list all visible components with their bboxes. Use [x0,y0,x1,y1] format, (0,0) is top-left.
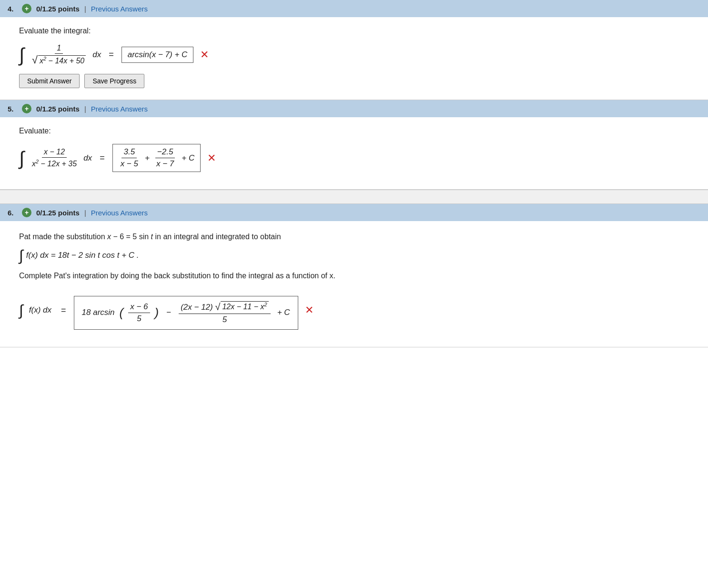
q4-prompt: Evaluate the integral: [19,27,694,35]
q6-sqrt-container: √ 12x − 11 − x2 [215,301,268,311]
q5-separator: | [84,105,86,113]
question-6-body: Pat made the substitution x − 6 = 5 sin … [0,221,708,347]
q6-main-frac: (2x − 12) √ 12x − 11 − x2 5 [179,301,270,324]
q6-final-integral: ∫ [19,303,23,318]
q4-answer-box: arcsin(x − 7) + C [121,47,194,63]
q6-final-fx-dx: f(x) dx [29,305,51,315]
q4-submit-button[interactable]: Submit Answer [19,74,80,88]
question-4-header: 4. + 0/1.25 points | Previous Answers [0,0,708,17]
q6-arcsin-frac-num: x − 6 [128,302,150,313]
q6-minus-sign: − [166,308,171,317]
q5-math-line: ∫ x − 12 x2 − 12x + 35 dx = 3.5 x − 5 + … [19,144,694,172]
q4-save-button[interactable]: Save Progress [84,74,144,88]
q6-sqrt-sym: √ [215,302,220,312]
q6-sqrt-inner: 12x − 11 − x2 [221,301,268,311]
q6-number: 6. [8,209,17,217]
q6-final-math-line: ∫ f(x) dx = 18 arcsin ( x − 6 5 ) − (2x … [19,291,694,329]
q4-math-line: ∫ 1 √ x2 − 14x + 50 dx = arcsin(x − 7) +… [19,44,694,65]
q5-plus-icon: + [22,104,31,113]
q5-integral-sign: ∫ [19,149,24,168]
q6-answer-box: 18 arcsin ( x − 6 5 ) − (2x − 12) √ 12x … [74,296,298,329]
q5-dx: dx [83,153,92,163]
section-gap [0,190,708,204]
q4-sqrt-content: x2 − 14x + 50 [38,55,86,65]
q5-number: 5. [8,105,17,113]
question-5-header: 5. + 0/1.25 points | Previous Answers [0,100,708,117]
q5-prev-answers-link[interactable]: Previous Answers [91,105,148,113]
question-5-body: Evaluate: ∫ x − 12 x2 − 12x + 35 dx = 3.… [0,117,708,190]
q4-fraction: 1 √ x2 − 14x + 50 [30,44,88,65]
question-4-body: Evaluate the integral: ∫ 1 √ x2 − 14x + … [0,17,708,100]
q6-plus-c: + C [277,308,290,317]
q6-open-paren: ( [120,306,124,319]
q5-points: 0/1.25 points [36,105,80,113]
q4-prev-answers-link[interactable]: Previous Answers [91,5,148,13]
q4-equals: = [109,50,114,60]
q4-integral-sign: ∫ [19,45,24,64]
q4-answer-text: arcsin(x − 7) + C [128,50,188,60]
q5-ans-frac2-num: −2.5 [155,147,175,158]
q6-arcsin-frac: x − 6 5 [128,302,150,324]
q4-sqrt: √ x2 − 14x + 50 [32,55,86,65]
q5-ans-frac2-den: x − 7 [154,158,176,169]
q6-main-frac-den: 5 [221,314,229,324]
q5-equals: = [100,153,105,163]
q5-ans-frac1-den: x − 5 [119,158,140,169]
q5-denominator: x2 − 12x + 35 [30,158,79,168]
q5-numerator: x − 12 [42,148,67,158]
q6-separator: | [84,209,86,217]
q6-plus-icon: + [22,208,31,217]
q6-final-equals: = [61,305,66,315]
q6-prev-answers-link[interactable]: Previous Answers [91,209,148,217]
q4-points: 0/1.25 points [36,5,80,13]
q5-ans-frac2: −2.5 x − 7 [154,147,176,169]
q6-18-arcsin: 18 arcsin [82,308,115,317]
q6-points: 0/1.25 points [36,209,80,217]
q5-plus-sign: + [145,153,150,163]
q5-answer-box: 3.5 x − 5 + −2.5 x − 7 + C [112,144,201,172]
q4-separator: | [84,5,86,13]
q4-plus-icon: + [22,4,31,13]
q6-main-frac-num: (2x − 12) √ 12x − 11 − x2 [179,301,270,314]
q4-buttons-row: Submit Answer Save Progress [19,74,694,88]
q6-text1: Pat made the substitution x − 6 = 5 sin … [19,231,694,243]
q5-ans-frac1-num: 3.5 [121,147,137,158]
q5-ans-c: + C [182,153,194,163]
q5-prompt: Evaluate: [19,127,694,135]
q4-numerator: 1 [55,44,63,54]
q5-red-x: ✕ [207,152,216,164]
q6-integral-sign: ∫ [19,248,23,263]
q4-denominator: √ x2 − 14x + 50 [30,54,88,65]
q5-fraction: x − 12 x2 − 12x + 35 [30,148,79,168]
q6-close-paren: ) [155,306,159,319]
q6-text3: Complete Pat's integration by doing the … [19,270,694,282]
q5-ans-frac1: 3.5 x − 5 [119,147,140,169]
q6-arcsin-frac-den: 5 [135,313,143,324]
q6-integral-line: ∫ f(x) dx = 18t − 2 sin t cos t + C . [19,248,694,263]
q6-fx-dx: f(x) dx = 18t − 2 sin t cos t + C . [26,251,139,260]
q6-red-x: ✕ [305,304,314,316]
q4-sqrt-symbol: √ [32,55,38,65]
q4-number: 4. [8,5,17,13]
q4-dx: dx [92,50,101,60]
question-6-header: 6. + 0/1.25 points | Previous Answers [0,204,708,221]
q4-red-x: ✕ [200,49,209,61]
